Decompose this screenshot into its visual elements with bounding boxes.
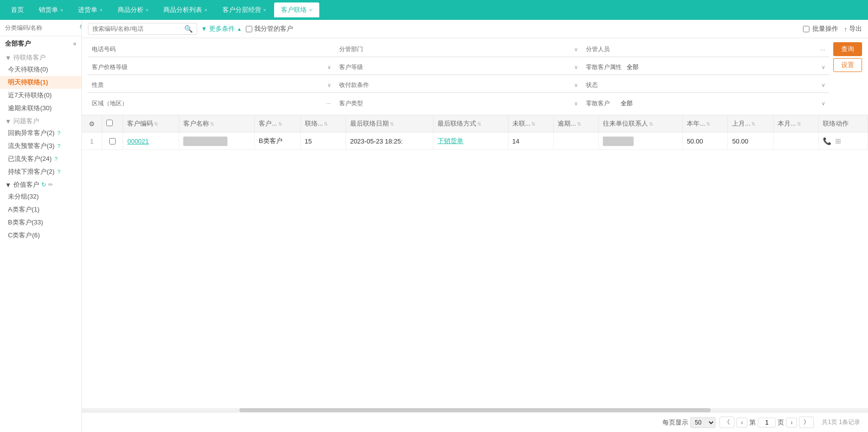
chevron-down-icon[interactable]: ∨ [574,64,578,71]
edit-icon[interactable]: ✏ [48,181,53,188]
sidebar-item-lostwarning[interactable]: 流失预警客户(3) ? [0,140,81,152]
sidebar-all-customers[interactable]: 全部客户 « [0,36,81,51]
sidebar-item-7days[interactable]: 近7天待联络(0) [0,89,81,102]
settings-button[interactable]: 设置 [833,58,862,72]
my-customer-checkbox-label[interactable]: 我分管的客户 [246,24,293,33]
status-input[interactable] [619,82,818,89]
batch-operation-button[interactable]: 批量操作 [803,24,838,33]
phone-action-icon[interactable]: 📞 [823,137,831,145]
scrollbar-thumb[interactable] [239,408,711,412]
nav-customer-segment[interactable]: 客户分层经营 × [216,2,273,17]
sidebar-item-lost[interactable]: 已流失客户(24) ? [0,152,81,165]
phone-input[interactable] [125,46,331,53]
query-button[interactable]: 查询 [833,42,862,56]
search-icon[interactable]: 🔍 [184,25,193,33]
close-icon[interactable]: × [309,7,312,13]
more-icon[interactable]: ··· [820,46,825,53]
customer-type-label: 客户类型 [339,99,369,108]
price-level-input[interactable] [131,64,324,71]
nav-product-analysis[interactable]: 商品分析 × [111,2,155,17]
chevron-down-icon[interactable]: ∨ [821,82,825,88]
chevron-down-icon[interactable]: ∨ [574,100,578,107]
col-overdue[interactable]: 逾期...⇅ [553,115,598,133]
filter-customer-type: 客户类型 ∨ [335,96,582,111]
nav-product-analysis-list[interactable]: 商品分析列表 × [156,2,214,17]
more-icon[interactable]: ··· [326,100,331,107]
select-all-checkbox[interactable] [106,120,113,126]
region-input[interactable] [131,100,323,107]
table-row: 1 000021 B类客户 15 2023-05-23 18:25: 下销货单 … [82,133,868,150]
manager-input[interactable] [619,46,817,53]
chevron-down-icon[interactable]: ∨ [574,82,578,88]
sidebar-group-value[interactable]: ▼ 价值客户 ↻ ✏ [0,178,81,190]
chevron-down-icon[interactable]: ∨ [574,46,578,53]
customer-type-input[interactable] [372,100,572,107]
nav-home[interactable]: 首页 [4,2,31,17]
col-gear[interactable]: ⚙ [82,115,102,133]
chevron-down-icon[interactable]: ∨ [327,82,331,88]
masked-name [183,137,227,146]
sidebar-group-problem[interactable]: ▼ 问题客户 [0,115,81,127]
col-type[interactable]: 客户...⇅ [255,115,301,133]
col-this-month[interactable]: 本月...⇅ [773,115,818,133]
sidebar-item-c-class[interactable]: C类客户(6) [0,229,81,242]
sidebar-item-b-class[interactable]: B类客户(33) [0,216,81,229]
col-contact-person[interactable]: 往来单位联系人⇅ [599,115,683,133]
sidebar-item-tomorrow[interactable]: 明天待联络(1) [0,76,81,89]
page-number-input[interactable] [758,418,776,428]
search-box[interactable]: 🔍 [88,23,197,35]
col-contact-count[interactable]: 联络...⇅ [300,115,346,133]
chevron-down-icon[interactable]: ∨ [821,64,825,71]
refresh-icon[interactable]: ↻ [41,181,46,188]
my-customer-checkbox[interactable] [246,26,252,32]
export-button[interactable]: ↑ 导出 [844,24,863,33]
chevron-down-icon[interactable]: ∨ [821,100,825,107]
payment-input[interactable] [372,82,572,89]
first-page-button[interactable]: 《 [720,417,734,428]
grid-action-icon[interactable]: ⊞ [835,137,841,145]
row-code[interactable]: 000021 [123,133,179,150]
more-filter-button[interactable]: ▼ 更多条件 ▲ [201,24,242,33]
close-icon[interactable]: × [60,7,63,13]
nav-purchase-order[interactable]: 进货单 × [71,2,109,17]
sidebar-item-repurchase[interactable]: 回购异常客户(2) ? [0,127,81,140]
sidebar-item-declining[interactable]: 持续下滑客户(2) ? [0,165,81,178]
prev-page-button[interactable]: ‹ [736,418,747,428]
close-icon[interactable]: × [145,7,148,13]
horizontal-scrollbar[interactable] [82,408,868,412]
col-this-year[interactable]: 本年...⇅ [683,115,728,133]
close-icon[interactable]: × [99,7,102,13]
chevron-down-icon[interactable]: ∨ [327,64,331,71]
customer-level-input[interactable] [372,64,572,71]
sidebar-group-pending[interactable]: ▼ 待联络客户 [0,51,81,63]
col-code[interactable]: 客户编码⇅ [123,115,179,133]
sidebar-item-a-class[interactable]: A类客户(1) [0,203,81,216]
sidebar-item-ungrouped[interactable]: 未分组(32) [0,190,81,203]
col-last-date[interactable]: 最后联络日期⇅ [346,115,433,133]
col-last-month[interactable]: 上月...⇅ [728,115,773,133]
col-unlink-days[interactable]: 未联...⇅ [508,115,553,133]
help-icon: ? [55,156,58,162]
last-page-button[interactable]: 》 [799,417,814,428]
sort-icon: ⇅ [649,121,653,127]
page-size-select[interactable]: 50 100 200 [690,417,716,428]
dept-input[interactable] [372,46,572,53]
sidebar-item-overdue[interactable]: 逾期未联络(30) [0,102,81,115]
sort-icon: ⇅ [706,121,710,127]
close-icon[interactable]: × [263,7,266,13]
row-last-method[interactable]: 下销货单 [434,133,508,150]
row-checkbox[interactable] [109,138,116,144]
sidebar-item-today[interactable]: 今天待联络(0) [0,63,81,76]
sidebar-search-box[interactable]: 🔍 [0,20,81,36]
nature-input[interactable] [125,82,324,89]
sidebar-search-input[interactable] [5,24,79,31]
search-input[interactable] [92,25,184,32]
nav-sales-order[interactable]: 销货单 × [32,2,70,17]
nav-customer-contact[interactable]: 客户联络 × [274,2,319,17]
close-icon[interactable]: × [204,7,207,13]
col-action: 联络动作 [819,115,868,133]
next-page-button[interactable]: › [786,418,797,428]
batch-checkbox[interactable] [803,26,809,32]
col-name[interactable]: 客户名称⇅ [179,115,255,133]
col-last-method[interactable]: 最后联络方式⇅ [434,115,508,133]
